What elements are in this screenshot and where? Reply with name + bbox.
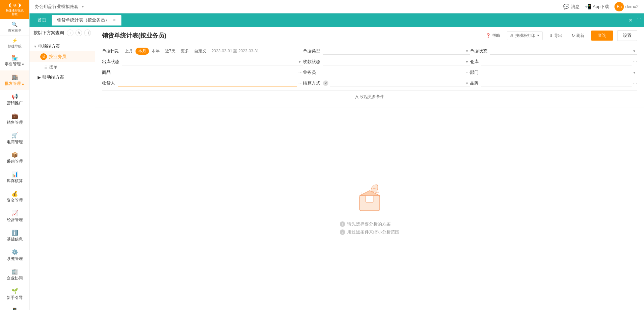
tree-parent-desktop-label: 电脑端方案 [38, 43, 60, 49]
tip-text-2: 用过滤条件来缩小分析范围 [347, 229, 399, 235]
collapse-filter-bar: ⋀ 收起更多条件 [102, 90, 637, 103]
salesman-input[interactable] [319, 69, 464, 76]
sidebar-item-system[interactable]: ⚙️ 系统管理 [0, 246, 29, 265]
tab-close-icon[interactable]: ✕ [113, 18, 116, 22]
help-btn[interactable]: ❓ 帮助 [483, 32, 503, 40]
tree-parent-desktop[interactable]: ▼ 电脑端方案 [30, 41, 95, 51]
sidebar-item-retail[interactable]: 🏪 零售管理 ▼ [0, 51, 29, 70]
svg-text:畅: 畅 [13, 4, 16, 7]
tree-parent-mobile[interactable]: ▶ 移动端方案 [30, 72, 95, 82]
doc-type-input[interactable] [323, 47, 470, 55]
empty-state: 1 请先选择要分析的方案 2 用过滤条件来缩小分析范围 [95, 107, 644, 310]
collapse-filter-arrow-icon: ⋀ [355, 95, 359, 99]
export-btn[interactable]: ⬇ 导出 [547, 32, 565, 40]
date-opt-more[interactable]: 更多 [178, 48, 192, 55]
doc-status-input[interactable] [490, 47, 637, 55]
tree-child-by-salesman[interactable]: 员 按业务员 [30, 51, 95, 62]
sidebar-item-operation[interactable]: 📈 经营管理 [0, 207, 29, 226]
salesman-dots-icon[interactable]: ··· [466, 69, 470, 75]
add-scheme-btn[interactable]: + [67, 30, 73, 36]
warehouse-dots-icon[interactable]: ··· [633, 59, 637, 65]
goods-dots-icon[interactable]: ··· [298, 69, 303, 75]
operation-icon: 📈 [11, 210, 18, 216]
sidebar-item-marketing[interactable]: 📢 营销推广 [0, 90, 29, 109]
finance-icon: 💰 [11, 191, 18, 197]
breadcrumb-dropdown-arrow[interactable]: ▼ [81, 5, 85, 8]
tab-sales-stat[interactable]: 销货单统计表（按业务员） ✕ [52, 15, 121, 25]
sidebar-item-purchase-label: 采购管理 [7, 159, 23, 164]
svg-point-8 [361, 193, 362, 194]
brand-input[interactable] [481, 80, 631, 87]
tree-child-sub-by-order[interactable]: ☰ 按单 [30, 62, 95, 72]
consignee-dots-icon[interactable]: ··· [298, 80, 303, 86]
query-button[interactable]: 查询 [591, 31, 613, 41]
refresh-btn[interactable]: ↻ 刷新 [569, 32, 587, 40]
date-options-group: 上月 本月 本年 近7天 更多 自定义 [122, 48, 209, 55]
sidebar-item-enterprise[interactable]: 🏢 企业协同 [0, 265, 29, 285]
consignee-label: 收货人 [102, 80, 115, 86]
receipt-status-input[interactable] [323, 58, 470, 65]
filter-area: 单据日期 上月 本月 本年 近7天 更多 自定义 2023-03-01 至 20… [95, 43, 644, 107]
tabbar-right: ✕ ⛶ [629, 17, 641, 23]
tree-child-by-salesman-label: 按业务员 [49, 54, 66, 60]
sidebar-item-newbie[interactable]: 🌱 新手引导 [0, 285, 29, 304]
tab-home[interactable]: 首页 [32, 15, 52, 25]
tab-window-close-icon[interactable]: ✕ [629, 17, 633, 23]
date-range-display: 2023-03-01 至 2023-03-31 [212, 48, 259, 54]
svg-rect-4 [366, 196, 374, 202]
logo-icon: 畅 [9, 3, 21, 8]
sidebar-item-newbie-label: 新手引导 [7, 295, 23, 301]
sidebar-item-sales[interactable]: 💼 销售管理 [0, 109, 29, 129]
sidebar-item-ecommerce[interactable]: 🛒 电商管理 [0, 129, 29, 148]
consignee-input[interactable] [118, 80, 297, 87]
sidebar-item-inventory[interactable]: 📊 库存核算 [0, 168, 29, 187]
user-avatar-btn[interactable]: Ea demo2 [614, 2, 639, 11]
sidebar-item-wholesale[interactable]: 🏬 批发管理 ▲ [0, 70, 29, 90]
template-print-btn[interactable]: 🖨 按模板打印 ▼ [507, 31, 543, 40]
sidebar-item-basic[interactable]: ℹ️ 基础信息 [0, 226, 29, 246]
message-icon: 💬 [563, 4, 570, 10]
sidebar-search[interactable]: 🔍 搜索菜单 [0, 19, 29, 36]
doc-status-select-wrap: ▼ [490, 47, 637, 55]
sidebar-item-finance[interactable]: 💰 资金管理 [0, 187, 29, 207]
out-status-input[interactable] [122, 58, 303, 65]
date-opt-custom[interactable]: 自定义 [192, 48, 209, 55]
collapse-filter-btn[interactable]: ⋀ 收起更多条件 [353, 92, 386, 102]
date-opt-lastmonth[interactable]: 上月 [122, 48, 136, 55]
doc-type-select-wrap: ▼ [323, 47, 470, 55]
filter-doc-type: 单据类型 ▼ [303, 47, 470, 55]
sidebar-quick-nav[interactable]: ⚡ 快捷导航 [0, 36, 29, 51]
settlement-input[interactable] [330, 80, 470, 87]
filter-row-1: 单据日期 上月 本月 本年 近7天 更多 自定义 2023-03-01 至 20… [102, 47, 637, 55]
sidebar: 畅 畅捷通好生意 标版 🔍 搜索菜单 ⚡ 快捷导航 🏪 零售管理 ▼ 🏬 批发管… [0, 0, 30, 310]
settings-button[interactable]: 设置 [617, 30, 637, 41]
edit-scheme-btn[interactable]: ✎ [75, 30, 82, 36]
goods-input[interactable] [113, 69, 297, 76]
filter-receipt-status: 收款状态 ▼ [303, 58, 470, 65]
page-header: 销货单统计表(按业务员) ❓ 帮助 🖨 按模板打印 ▼ ⬇ 导出 [95, 27, 644, 43]
brand-label: 品牌 [470, 80, 479, 86]
date-opt-7days[interactable]: 近7天 [162, 48, 178, 55]
date-opt-thisyear[interactable]: 本年 [149, 48, 162, 55]
left-panel: 按以下方案查询 + ✎ 《 ▼ 电脑端方案 [30, 27, 95, 310]
refresh-label: 刷新 [576, 33, 584, 39]
message-btn[interactable]: 💬 消息 [563, 4, 580, 10]
app-download-btn[interactable]: 📲 App下载 [585, 4, 609, 10]
left-panel-actions: + ✎ 《 [67, 30, 91, 36]
sidebar-item-purchase[interactable]: 📦 采购管理 [0, 148, 29, 168]
filter-warehouse: 仓库 ··· [470, 58, 637, 65]
sidebar-item-apps[interactable]: 📱 应用中心 [0, 304, 29, 310]
date-opt-thismonth[interactable]: 本月 [136, 48, 149, 55]
department-input[interactable] [481, 69, 637, 76]
settlement-clear-btn[interactable]: ✕ [323, 81, 328, 86]
tab-window-maximize-icon[interactable]: ⛶ [637, 17, 641, 23]
collapse-panel-btn[interactable]: 《 [84, 30, 91, 36]
filter-brand: 品牌 ··· [470, 80, 637, 87]
brand-dots-icon[interactable]: ··· [633, 80, 637, 86]
warehouse-input[interactable] [481, 58, 631, 65]
doc-status-label: 单据状态 [470, 48, 487, 54]
marketing-icon: 📢 [11, 93, 18, 100]
inventory-icon: 📊 [11, 171, 18, 177]
tree-section: ▼ 电脑端方案 员 按业务员 ☰ 按单 ▶ 移动端方案 [30, 39, 95, 84]
topbar-left: 办公用品行业模拟账套 ▼ [35, 4, 85, 10]
